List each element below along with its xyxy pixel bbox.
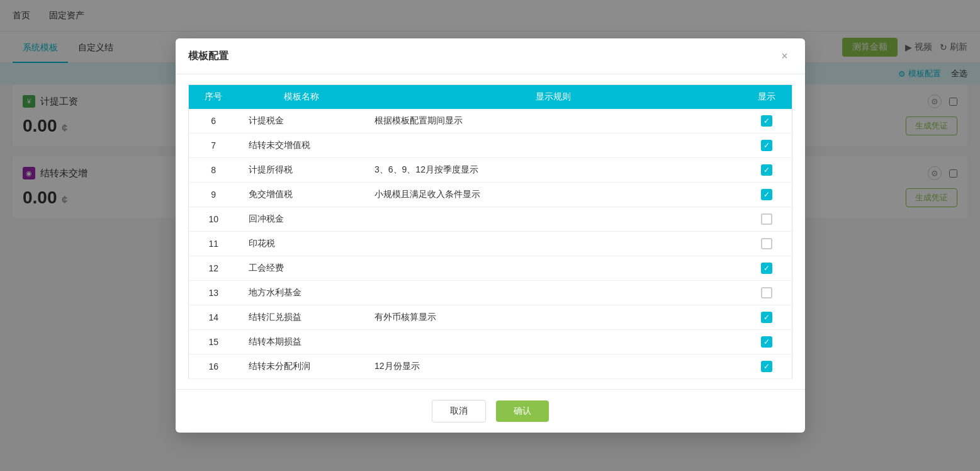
table-row: 6计提税金根据模板配置期间显示: [188, 109, 792, 133]
cell-seq: 15: [188, 330, 239, 355]
checkbox-container[interactable]: [752, 238, 782, 249]
modal-body[interactable]: 序号 模板名称 显示规则 显示 6计提税金根据模板配置期间显示7结转未交增值税8…: [176, 74, 805, 389]
cell-rule: [364, 330, 741, 355]
checkbox-item[interactable]: [761, 213, 772, 225]
cell-seq: 8: [188, 158, 239, 183]
cell-name: 回冲税金: [239, 207, 364, 232]
col-header-name: 模板名称: [239, 85, 364, 110]
table-row: 7结转未交增值税: [188, 133, 792, 158]
col-header-seq: 序号: [188, 85, 239, 110]
table-row: 15结转本期损益: [188, 330, 792, 355]
table-row: 13地方水利基金: [188, 281, 792, 305]
cell-checkbox[interactable]: [741, 183, 792, 207]
cell-checkbox[interactable]: [741, 330, 792, 355]
table-row: 12工会经费: [188, 256, 792, 281]
col-header-show: 显示: [741, 85, 792, 110]
checkbox-item[interactable]: [761, 164, 772, 176]
checkbox-container[interactable]: [752, 164, 782, 176]
cell-name: 结转未分配利润: [239, 355, 364, 379]
cell-seq: 14: [188, 305, 239, 330]
cell-checkbox[interactable]: [741, 207, 792, 232]
modal-overlay: 模板配置 × 序号 模板名称 显示规则 显示 6计提税金根据模板配置期间显示7结…: [0, 0, 980, 471]
cell-rule: 小规模且满足收入条件显示: [364, 183, 741, 207]
table-header: 序号 模板名称 显示规则 显示: [188, 85, 792, 110]
checkbox-container[interactable]: [752, 336, 782, 348]
cell-rule: [364, 256, 741, 281]
modal-footer: 取消 确认: [176, 389, 805, 433]
col-header-rule: 显示规则: [364, 85, 741, 110]
cell-seq: 7: [188, 133, 239, 158]
cell-seq: 10: [188, 207, 239, 232]
cell-seq: 16: [188, 355, 239, 379]
cancel-button[interactable]: 取消: [432, 400, 486, 423]
checkbox-item[interactable]: [761, 287, 772, 298]
cell-rule: 3、6、9、12月按季度显示: [364, 158, 741, 183]
cell-rule: [364, 232, 741, 256]
cell-checkbox[interactable]: [741, 133, 792, 158]
cell-seq: 12: [188, 256, 239, 281]
cell-rule: 有外币核算显示: [364, 305, 741, 330]
modal-template-config: 模板配置 × 序号 模板名称 显示规则 显示 6计提税金根据模板配置期间显示7结…: [176, 38, 805, 433]
cell-rule: [364, 207, 741, 232]
cell-rule: [364, 133, 741, 158]
cell-checkbox[interactable]: [741, 232, 792, 256]
cell-checkbox[interactable]: [741, 305, 792, 330]
checkbox-item[interactable]: [761, 238, 772, 249]
modal-title: 模板配置: [188, 50, 228, 63]
confirm-button[interactable]: 确认: [496, 400, 549, 422]
checkbox-container[interactable]: [752, 287, 782, 298]
table-row: 14结转汇兑损益有外币核算显示: [188, 305, 792, 330]
cell-name: 工会经费: [239, 256, 364, 281]
checkbox-item[interactable]: [761, 189, 772, 200]
cell-rule: [364, 281, 741, 305]
table-row: 8计提所得税3、6、9、12月按季度显示: [188, 158, 792, 183]
modal-close-button[interactable]: ×: [777, 48, 792, 64]
checkbox-item[interactable]: [761, 361, 772, 372]
cell-checkbox[interactable]: [741, 281, 792, 305]
cell-rule: 12月份显示: [364, 355, 741, 379]
checkbox-container[interactable]: [752, 263, 782, 274]
checkbox-container[interactable]: [752, 213, 782, 225]
cell-rule: 根据模板配置期间显示: [364, 109, 741, 133]
checkbox-container[interactable]: [752, 312, 782, 323]
table-row: 16结转未分配利润12月份显示: [188, 355, 792, 379]
cell-seq: 13: [188, 281, 239, 305]
modal-header: 模板配置 ×: [176, 38, 805, 74]
cell-name: 计提所得税: [239, 158, 364, 183]
cell-name: 结转未交增值税: [239, 133, 364, 158]
table-body: 6计提税金根据模板配置期间显示7结转未交增值税8计提所得税3、6、9、12月按季…: [188, 109, 792, 379]
cell-name: 结转本期损益: [239, 330, 364, 355]
cell-seq: 9: [188, 183, 239, 207]
cell-seq: 6: [188, 109, 239, 133]
cell-name: 印花税: [239, 232, 364, 256]
checkbox-container[interactable]: [752, 115, 782, 127]
table-row: 10回冲税金: [188, 207, 792, 232]
cell-name: 计提税金: [239, 109, 364, 133]
cell-name: 免交增值税: [239, 183, 364, 207]
cell-checkbox[interactable]: [741, 355, 792, 379]
table-row: 11印花税: [188, 232, 792, 256]
cell-name: 地方水利基金: [239, 281, 364, 305]
checkbox-item[interactable]: [761, 312, 772, 323]
checkbox-item[interactable]: [761, 140, 772, 151]
cell-name: 结转汇兑损益: [239, 305, 364, 330]
checkbox-container[interactable]: [752, 361, 782, 372]
cell-checkbox[interactable]: [741, 109, 792, 133]
config-table: 序号 模板名称 显示规则 显示 6计提税金根据模板配置期间显示7结转未交增值税8…: [188, 84, 792, 379]
checkbox-container[interactable]: [752, 140, 782, 151]
cell-checkbox[interactable]: [741, 158, 792, 183]
table-header-row: 序号 模板名称 显示规则 显示: [188, 85, 792, 110]
checkbox-item[interactable]: [761, 336, 772, 348]
table-row: 9免交增值税小规模且满足收入条件显示: [188, 183, 792, 207]
checkbox-item[interactable]: [761, 263, 772, 274]
checkbox-container[interactable]: [752, 189, 782, 200]
checkbox-item[interactable]: [761, 115, 772, 127]
cell-checkbox[interactable]: [741, 256, 792, 281]
cell-seq: 11: [188, 232, 239, 256]
